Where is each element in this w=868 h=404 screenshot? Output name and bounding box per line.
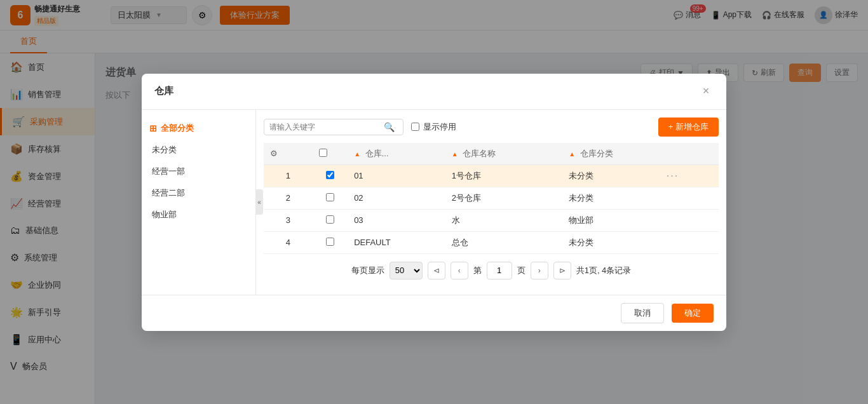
select-all-checkbox[interactable] <box>319 149 327 157</box>
row-action-dots[interactable]: ··· <box>667 170 679 181</box>
first-icon: ⊲ <box>433 266 440 275</box>
table-container: ⚙ ▲ 仓库... ▲ <box>264 143 719 254</box>
th-gear: ⚙ <box>264 143 313 165</box>
confirm-button[interactable]: 确定 <box>672 304 714 323</box>
search-box[interactable]: 🔍 <box>264 119 403 135</box>
row-checkbox[interactable] <box>326 193 334 201</box>
category-item-unclassified[interactable]: 未分类 <box>142 139 255 161</box>
page-suffix: 页 <box>517 265 526 276</box>
category-sidebar: ⊞ 全部分类 未分类 经营一部 经营二部 物业部 « <box>142 110 256 295</box>
sort-icon-cat: ▲ <box>569 151 575 158</box>
row-code: DEFAULT <box>348 231 445 253</box>
table-header-row: ⚙ ▲ 仓库... ▲ <box>264 143 719 165</box>
show-disabled-checkbox[interactable] <box>411 123 419 131</box>
row-code: 01 <box>348 165 445 187</box>
show-disabled-label: 显示停用 <box>423 121 456 133</box>
next-page-button[interactable]: › <box>531 262 548 279</box>
per-page-label: 每页显示 <box>351 265 384 276</box>
first-page-button[interactable]: ⊲ <box>428 262 445 279</box>
row-num: 4 <box>264 231 313 253</box>
warehouse-table: ⚙ ▲ 仓库... ▲ <box>264 143 719 254</box>
th-action <box>660 143 719 165</box>
per-page-select[interactable]: 50 20 100 <box>390 262 423 279</box>
row-name: 水 <box>445 209 562 231</box>
category-item-property[interactable]: 物业部 <box>142 204 255 226</box>
dialog-close-button[interactable]: × <box>698 84 714 99</box>
row-name: 总仓 <box>445 231 562 253</box>
row-name: 2号仓库 <box>445 187 562 209</box>
th-name: ▲ 仓库名称 <box>445 143 562 165</box>
table-row[interactable]: 4 DEFAULT 总仓 未分类 <box>264 231 719 253</box>
table-row[interactable]: 1 01 1号仓库 未分类 ··· <box>264 165 719 187</box>
dialog-title: 仓库 <box>154 85 173 97</box>
row-action <box>660 231 719 253</box>
dialog-footer: 取消 确定 <box>142 295 726 331</box>
grid-icon: ⊞ <box>149 123 157 133</box>
table-area: 🔍 显示停用 + 新增仓库 <box>256 110 726 295</box>
row-category: 未分类 <box>562 231 660 253</box>
cancel-button[interactable]: 取消 <box>621 303 664 323</box>
collapse-icon: « <box>257 199 261 206</box>
table-row[interactable]: 3 03 水 物业部 <box>264 209 719 231</box>
row-action <box>660 209 719 231</box>
next-icon: › <box>538 266 541 275</box>
dialog-body: ⊞ 全部分类 未分类 经营一部 经营二部 物业部 « <box>142 110 726 295</box>
search-icon[interactable]: 🔍 <box>384 122 395 132</box>
category-item-dept2[interactable]: 经营二部 <box>142 182 255 204</box>
prev-icon: ‹ <box>458 266 461 275</box>
row-checkbox[interactable] <box>326 215 334 224</box>
table-row[interactable]: 2 02 2号仓库 未分类 <box>264 187 719 209</box>
row-num: 2 <box>264 187 313 209</box>
row-action: ··· <box>660 165 719 187</box>
all-categories-label: 全部分类 <box>161 123 194 134</box>
row-code: 03 <box>348 209 445 231</box>
sort-icon-code: ▲ <box>354 151 360 158</box>
row-category: 物业部 <box>562 209 660 231</box>
row-name: 1号仓库 <box>445 165 562 187</box>
category-item-dept1[interactable]: 经营一部 <box>142 161 255 182</box>
row-num: 3 <box>264 209 313 231</box>
th-category: ▲ 仓库分类 <box>562 143 660 165</box>
page-prefix: 第 <box>473 265 482 276</box>
th-code: ▲ 仓库... <box>348 143 445 165</box>
last-page-button[interactable]: ⊳ <box>553 262 571 279</box>
dialog-header: 仓库 × <box>142 74 726 110</box>
row-num: 1 <box>264 165 313 187</box>
gear-icon-th: ⚙ <box>270 149 278 158</box>
row-category: 未分类 <box>562 165 660 187</box>
row-checkbox[interactable] <box>326 238 334 246</box>
add-warehouse-button[interactable]: + 新增仓库 <box>658 118 719 137</box>
table-toolbar: 🔍 显示停用 + 新增仓库 <box>264 118 719 137</box>
search-input[interactable] <box>269 123 384 131</box>
modal-overlay[interactable]: 仓库 × ⊞ 全部分类 未分类 经营一部 经营二部 <box>0 0 868 404</box>
th-check <box>313 143 348 165</box>
category-collapse-button[interactable]: « <box>255 189 263 215</box>
row-code: 02 <box>348 187 445 209</box>
sort-icon-name: ▲ <box>452 151 458 158</box>
pagination: 每页显示 50 20 100 ⊲ ‹ 第 页 <box>264 254 719 287</box>
all-categories-button[interactable]: ⊞ 全部分类 <box>142 118 255 139</box>
warehouse-dialog: 仓库 × ⊞ 全部分类 未分类 经营一部 经营二部 <box>142 74 726 331</box>
row-checkbox[interactable] <box>326 171 334 179</box>
page-number-input[interactable] <box>487 262 512 279</box>
last-icon: ⊳ <box>559 266 566 275</box>
row-action <box>660 187 719 209</box>
row-category: 未分类 <box>562 187 660 209</box>
show-disabled-area: 显示停用 <box>411 121 456 133</box>
total-label: 共1页, 4条记录 <box>576 265 632 276</box>
prev-page-button[interactable]: ‹ <box>451 262 468 279</box>
